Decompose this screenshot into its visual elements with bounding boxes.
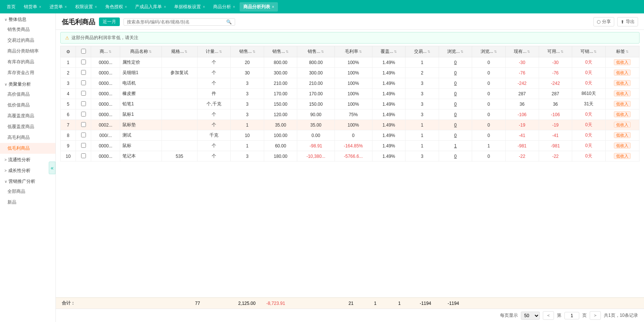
- sidebar-item-全部商品[interactable]: 全部商品: [0, 186, 55, 197]
- row-checkbox[interactable]: [81, 112, 86, 117]
- row-checkbox[interactable]: [81, 122, 86, 127]
- sidebar-group-营销推广分析[interactable]: ∨营销推广分析: [0, 175, 55, 186]
- search-input[interactable]: [127, 19, 226, 25]
- col-header-tag[interactable]: 标签⇅: [605, 46, 639, 57]
- arrow-icon: >: [4, 169, 7, 173]
- views-link[interactable]: 0: [454, 154, 457, 159]
- nav-close-icon[interactable]: ×: [65, 5, 67, 9]
- views-link[interactable]: 0: [454, 133, 457, 138]
- nav-close-icon[interactable]: ×: [203, 5, 205, 9]
- col-header-sales_qty[interactable]: 销售...⇅: [231, 46, 264, 57]
- nav-close-icon[interactable]: ×: [233, 5, 235, 9]
- col-header-unit[interactable]: 计量...⇅: [197, 46, 231, 57]
- nav-item-商品分析列表[interactable]: 商品分析列表×: [240, 2, 278, 12]
- nav-item-权限设置[interactable]: 权限设置×: [71, 2, 101, 12]
- sidebar-item-新品[interactable]: 新品: [0, 197, 55, 208]
- cell-code: 0000...: [91, 99, 120, 109]
- select-all-checkbox[interactable]: [81, 49, 86, 54]
- sidebar-item-高覆盖度商品[interactable]: 高覆盖度商品: [0, 111, 55, 121]
- arrow-icon: ∨: [4, 179, 7, 184]
- footer-cell: [81, 301, 96, 306]
- sidebar-item-低毛利商品[interactable]: 低毛利商品: [0, 143, 55, 154]
- export-button[interactable]: ⬆ 导出: [617, 17, 638, 26]
- col-header-code[interactable]: 商...⇅: [91, 46, 120, 57]
- nav-item-商品分析[interactable]: 商品分析×: [209, 2, 239, 12]
- nav-close-icon[interactable]: ×: [272, 5, 274, 9]
- page-input[interactable]: [564, 312, 579, 319]
- page-title: 低毛利商品: [62, 17, 95, 26]
- nav-item-角色授权[interactable]: 角色授权×: [102, 2, 131, 12]
- nav-item-首页[interactable]: 首页: [3, 2, 19, 12]
- nav-close-icon[interactable]: ×: [164, 5, 166, 9]
- nav-close-icon[interactable]: ×: [95, 5, 97, 9]
- col-header-gross_margin[interactable]: 毛利率⇅: [334, 46, 372, 57]
- next-page-button[interactable]: ＞: [590, 311, 601, 320]
- row-checkbox[interactable]: [81, 60, 86, 64]
- col-header-views2[interactable]: 浏览...⇅: [472, 46, 506, 57]
- views-link[interactable]: 0: [454, 81, 457, 86]
- row-checkbox[interactable]: [81, 80, 86, 85]
- prev-page-button[interactable]: ＜: [543, 311, 554, 320]
- sidebar-item-有库存的商品[interactable]: 有库存的商品: [0, 57, 55, 67]
- sidebar-item-高毛利商品[interactable]: 高毛利商品: [0, 132, 55, 143]
- col-header-views1[interactable]: 浏览...⇅: [439, 46, 472, 57]
- col-header-spec[interactable]: 规格...⇅: [161, 46, 197, 57]
- col-header-sales_price[interactable]: 销售...⇅: [264, 46, 297, 57]
- views-link[interactable]: 0: [454, 60, 457, 65]
- views-link[interactable]: 0: [454, 91, 457, 96]
- sidebar-group-成长性分析[interactable]: >成长性分析: [0, 165, 55, 175]
- row-checkbox[interactable]: [81, 143, 86, 148]
- views-link[interactable]: 1: [454, 143, 457, 149]
- row-checkbox[interactable]: [81, 91, 86, 96]
- row-checkbox[interactable]: [81, 70, 86, 75]
- time-filter-button[interactable]: 近一月: [99, 17, 120, 26]
- nav-item-产成品入库单[interactable]: 产成品入库单×: [131, 2, 170, 12]
- views-link[interactable]: 0: [454, 112, 457, 117]
- sidebar-item-低价值商品[interactable]: 低价值商品: [0, 100, 55, 111]
- row-checkbox[interactable]: [81, 133, 86, 137]
- views-link[interactable]: 0: [454, 122, 457, 128]
- col-header-name[interactable]: 商品名称⇅: [120, 46, 162, 57]
- tag-badge: 低收入: [614, 90, 631, 96]
- nav-item-销货单[interactable]: 销货单×: [20, 2, 45, 12]
- cell-gross_margin: 100%: [334, 78, 372, 89]
- col-header-transactions[interactable]: 交易...⇅: [406, 46, 439, 57]
- sidebar-collapse-button[interactable]: «: [49, 162, 55, 174]
- col-header-available[interactable]: 可用...⇅: [539, 46, 572, 57]
- sidebar-item-交易过的商品[interactable]: 交易过的商品: [0, 35, 55, 46]
- cell-code: 0000...: [91, 151, 120, 162]
- notice-bar: ⚠ 这部分商品的利润非常低，请关注: [60, 32, 640, 44]
- cell-views1: 0: [439, 120, 472, 130]
- sidebar-item-高价值商品[interactable]: 高价值商品: [0, 89, 55, 100]
- nav-close-icon[interactable]: ×: [125, 5, 127, 9]
- row-checkbox[interactable]: [81, 153, 86, 158]
- cell-current_stock: -41: [506, 130, 539, 141]
- sidebar-item-销售类商品[interactable]: 销售类商品: [0, 24, 55, 35]
- footer-cell: 1: [363, 301, 387, 306]
- sidebar-group-整体信息[interactable]: ∨整体信息: [0, 13, 55, 24]
- sidebar-item-库存资金占用[interactable]: 库存资金占用: [0, 67, 55, 78]
- sort-icon: ⇅: [626, 50, 629, 54]
- cell-views1: 0: [439, 78, 472, 89]
- share-button[interactable]: ⬡ 分享: [593, 17, 614, 26]
- sidebar-item-低覆盖度商品[interactable]: 低覆盖度商品: [0, 121, 55, 132]
- col-header-coverage[interactable]: 覆盖...⇅: [372, 46, 406, 57]
- cell-code: 000/...: [91, 130, 120, 141]
- nav-item-进货单[interactable]: 进货单×: [46, 2, 71, 12]
- per-page-select[interactable]: 50 100 200: [521, 312, 540, 320]
- views-link[interactable]: 0: [454, 70, 457, 76]
- col-header-saleable[interactable]: 可销...⇅: [572, 46, 606, 57]
- col-header-current_stock[interactable]: 现有...⇅: [506, 46, 539, 57]
- footer-cell: [106, 301, 129, 306]
- cell-no: 1: [61, 57, 76, 68]
- cell-tag: 低收入: [605, 151, 639, 162]
- views-link[interactable]: 0: [454, 102, 457, 107]
- sidebar-item-商品分类助销率[interactable]: 商品分类助销率: [0, 46, 55, 57]
- sidebar-group-流通性分析[interactable]: >流通性分析: [0, 154, 55, 165]
- nav-item-单据模板设置[interactable]: 单据模板设置×: [170, 2, 209, 12]
- nav-close-icon[interactable]: ×: [39, 5, 41, 9]
- sidebar-group-类聚量分析[interactable]: ∨类聚量分析: [0, 78, 55, 89]
- search-icon[interactable]: 🔍: [226, 19, 232, 25]
- col-header-sales_profit[interactable]: 销售...⇅: [297, 46, 334, 57]
- row-checkbox[interactable]: [81, 101, 86, 106]
